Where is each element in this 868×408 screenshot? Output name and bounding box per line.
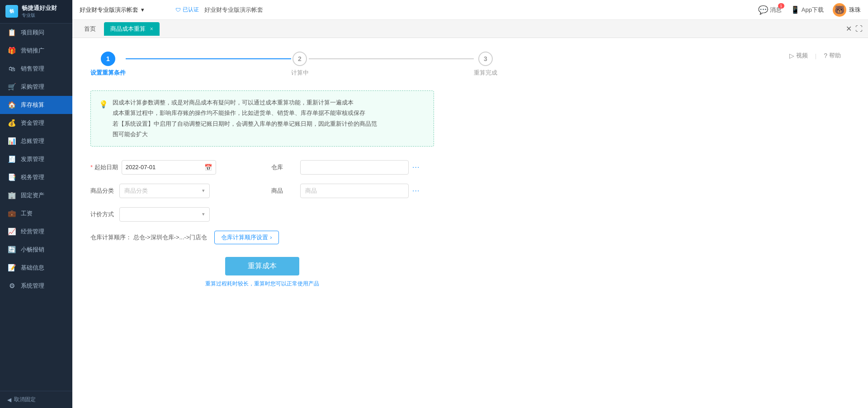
window-expand-button[interactable]: ⛶ bbox=[855, 25, 863, 33]
category-field: 商品分类 商品分类 ▾ bbox=[90, 184, 253, 198]
notice-box: 💡 因成本计算参数调整，或是对商品成本有疑问时，可以通过成本重算功能，重新计算一… bbox=[90, 90, 434, 147]
stepper: 1 设置重算条件 2 计算中 3 重算 bbox=[90, 52, 497, 77]
sidebar-item-label: 税务管理 bbox=[21, 173, 44, 181]
help-circle-icon: ? bbox=[824, 52, 827, 59]
warehouse-order-settings-button[interactable]: 仓库计算顺序设置 › bbox=[214, 231, 278, 244]
unpin-label: 取消固定 bbox=[14, 396, 36, 403]
notice-line3: 若【系统设置】中启用了自动调整记账日期时，会调整入库单的整单记账日期，因此重新计… bbox=[113, 119, 377, 129]
start-date-input-wrapper[interactable]: 📅 bbox=[122, 160, 216, 175]
tab-window-actions: ✕ ⛶ bbox=[846, 24, 863, 33]
app-download-button[interactable]: 📱 App下载 bbox=[791, 5, 824, 14]
accounting-icon: 📊 bbox=[7, 137, 16, 145]
tab-close-icon[interactable]: × bbox=[150, 26, 153, 32]
sidebar-unpin-button[interactable]: ◀ 取消固定 bbox=[0, 391, 72, 408]
sidebar-item-salary[interactable]: 💼 工资 bbox=[0, 204, 72, 223]
sidebar-item-inventory[interactable]: 🏠 库存核算 bbox=[0, 96, 72, 114]
step1-circle: 1 bbox=[101, 52, 115, 66]
goods-placeholder: 商品 bbox=[305, 187, 317, 195]
category-placeholder: 商品分类 bbox=[124, 187, 199, 195]
sidebar-item-assets[interactable]: 🏢 固定资产 bbox=[0, 186, 72, 204]
sidebar-item-project[interactable]: 📋 项目顾问 bbox=[0, 24, 72, 42]
stepper-step2: 2 计算中 bbox=[291, 52, 309, 77]
topbar: 好业财专业版演示帐套 ▾ 🛡 已认证 好业财专业版演示帐套 💬 消息 1 📱 A… bbox=[72, 0, 868, 20]
video-help-area: ▷ 视频 | ? 帮助 bbox=[789, 52, 841, 60]
tab-cost-recalc[interactable]: 商品成本重算 × bbox=[104, 22, 160, 36]
chevron-down-icon: ▾ bbox=[202, 188, 205, 194]
unpin-icon: ◀ bbox=[7, 397, 11, 403]
stepper-line2 bbox=[309, 58, 474, 59]
sidebar-item-invoice[interactable]: 🧾 发票管理 bbox=[0, 150, 72, 168]
start-date-input[interactable] bbox=[126, 164, 202, 171]
pricing-chevron-icon: ▾ bbox=[202, 211, 205, 217]
avatar: 🐻 bbox=[833, 3, 846, 17]
sidebar-header: 畅 畅捷通好业财 专业版 bbox=[0, 0, 72, 24]
warehouse-input[interactable] bbox=[305, 164, 404, 171]
sidebar-nav: 📋 项目顾问 🎁 营销推广 🛍 销售管理 🛒 采购管理 🏠 库存核算 💰 资金管… bbox=[0, 24, 72, 391]
salary-icon: 💼 bbox=[7, 209, 16, 218]
warehouse-label: 仓库 bbox=[271, 163, 297, 171]
finance-icon: 💰 bbox=[7, 119, 16, 127]
form-row-2: 商品分类 商品分类 ▾ 商品 商品 ··· bbox=[90, 184, 434, 198]
sidebar-item-label: 库存核算 bbox=[21, 101, 44, 109]
topbar-verified-badge: 🛡 已认证 bbox=[175, 6, 199, 14]
pricing-select[interactable]: ▾ bbox=[119, 207, 210, 222]
step1-label: 设置重算条件 bbox=[90, 69, 126, 77]
sidebar-item-label: 总账管理 bbox=[21, 137, 44, 145]
message-button[interactable]: 💬 消息 1 bbox=[758, 5, 782, 15]
goods-dots-button[interactable]: ··· bbox=[412, 187, 420, 195]
sidebar-item-label: 销售管理 bbox=[21, 65, 44, 73]
notice-content: 因成本计算参数调整，或是对商品成本有疑问时，可以通过成本重算功能，重新计算一遍成… bbox=[113, 97, 377, 140]
window-close-button[interactable]: ✕ bbox=[846, 24, 852, 33]
sidebar-item-marketing[interactable]: 🎁 营销推广 bbox=[0, 42, 72, 60]
assets-icon: 🏢 bbox=[7, 191, 16, 199]
sidebar-item-tax[interactable]: 📑 税务管理 bbox=[0, 168, 72, 186]
goods-label: 商品 bbox=[271, 187, 297, 195]
sidebar-item-operations[interactable]: 📈 经营管理 bbox=[0, 223, 72, 241]
sidebar-item-label: 资金管理 bbox=[21, 119, 44, 127]
video-button[interactable]: ▷ 视频 bbox=[789, 52, 808, 60]
warehouse-field: 仓库 ··· bbox=[271, 160, 434, 175]
sales-icon: 🛍 bbox=[7, 65, 16, 72]
sidebar-item-finance[interactable]: 💰 资金管理 bbox=[0, 114, 72, 132]
recalc-section: 重算成本 重算过程耗时较长，重算时您可以正常使用产品 bbox=[90, 257, 434, 288]
recalc-hint: 重算过程耗时较长，重算时您可以正常使用产品 bbox=[205, 280, 319, 288]
sidebar-item-basic[interactable]: 📝 基础信息 bbox=[0, 259, 72, 277]
topbar-right: 💬 消息 1 📱 App下载 🐻 珠珠 bbox=[758, 3, 861, 17]
step2-circle: 2 bbox=[292, 52, 307, 66]
sidebar-item-expense[interactable]: 🔄 小畅报销 bbox=[0, 241, 72, 259]
sidebar-item-label: 小畅报销 bbox=[21, 246, 44, 254]
start-date-field: 起始日期 📅 bbox=[90, 160, 253, 175]
sidebar-item-label: 固定资产 bbox=[21, 191, 44, 199]
help-button[interactable]: ? 帮助 bbox=[824, 52, 841, 60]
step3-label: 重算完成 bbox=[474, 69, 497, 77]
sidebar-item-system[interactable]: ⚙ 系统管理 bbox=[0, 277, 72, 295]
notice-line2: 成本重算过程中，影响库存账的操作均不能操作，比如进货单、销货单、库存单据不能审核… bbox=[113, 108, 377, 118]
recalc-button[interactable]: 重算成本 bbox=[225, 257, 299, 275]
goods-input-wrapper[interactable]: 商品 bbox=[300, 184, 409, 198]
user-name: 珠珠 bbox=[849, 6, 861, 14]
sidebar-item-label: 采购管理 bbox=[21, 83, 44, 91]
purchase-icon: 🛒 bbox=[7, 83, 16, 91]
message-badge: 1 bbox=[778, 3, 784, 9]
main-area: 好业财专业版演示帐套 ▾ 🛡 已认证 好业财专业版演示帐套 💬 消息 1 📱 A… bbox=[72, 0, 868, 408]
warehouse-dots-button[interactable]: ··· bbox=[412, 163, 420, 171]
sidebar-item-label: 项目顾问 bbox=[21, 28, 44, 37]
sidebar-item-accounting[interactable]: 📊 总账管理 bbox=[0, 132, 72, 150]
content-area: 1 设置重算条件 2 计算中 3 重算 bbox=[72, 38, 868, 408]
notice-line4: 围可能会扩大 bbox=[113, 129, 377, 139]
sidebar-item-label: 基础信息 bbox=[21, 264, 44, 272]
sidebar-item-purchase[interactable]: 🛒 采购管理 bbox=[0, 78, 72, 96]
sidebar-item-sales[interactable]: 🛍 销售管理 bbox=[0, 60, 72, 78]
warehouse-order-btn-label: 仓库计算顺序设置 bbox=[221, 233, 268, 242]
category-select[interactable]: 商品分类 ▾ bbox=[119, 184, 210, 198]
stepper-step3: 3 重算完成 bbox=[474, 52, 497, 77]
topbar-account[interactable]: 好业财专业版演示帐套 ▾ bbox=[80, 6, 170, 14]
user-profile[interactable]: 🐻 珠珠 bbox=[833, 3, 861, 17]
step2-label: 计算中 bbox=[291, 69, 309, 77]
calendar-icon[interactable]: 📅 bbox=[204, 164, 212, 171]
sidebar-item-label: 营销推广 bbox=[21, 47, 44, 55]
warehouse-input-wrapper[interactable] bbox=[300, 160, 409, 175]
start-date-label: 起始日期 bbox=[90, 163, 118, 171]
tab-home[interactable]: 首页 bbox=[78, 22, 102, 36]
app-download-label: App下载 bbox=[802, 6, 824, 14]
